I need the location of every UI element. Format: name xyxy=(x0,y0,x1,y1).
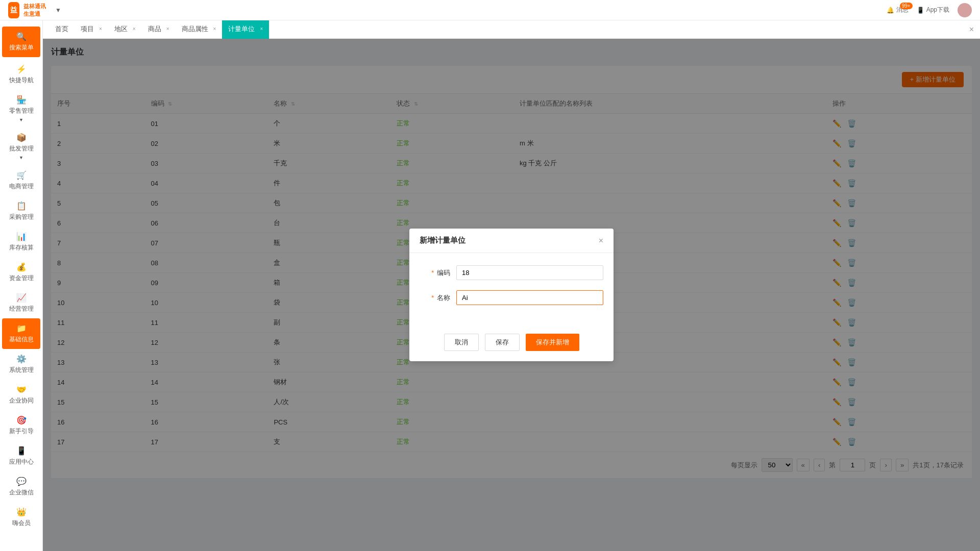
top-bar-right: 🔔 消息 99+ 📱 App下载 xyxy=(887,3,972,17)
sidebar-label-appcenter: 应用中心 xyxy=(9,458,34,466)
code-required: * xyxy=(431,269,434,277)
finance-icon: 💰 xyxy=(16,262,27,272)
purchase-icon: 📋 xyxy=(16,201,27,211)
sidebar-label-ecommerce: 电商管理 xyxy=(9,182,34,191)
inventory-icon: 📊 xyxy=(16,232,27,241)
notification-button[interactable]: 🔔 消息 99+ xyxy=(887,6,909,14)
sidebar-item-search[interactable]: 🔍 搜索菜单 xyxy=(2,27,40,57)
tab-product-attr-label: 商品属性 xyxy=(182,24,208,34)
sidebar-label-operations: 经营管理 xyxy=(9,305,34,313)
tab-unit-label: 计量单位 xyxy=(228,24,255,34)
dropdown-icon: ▼ xyxy=(55,7,61,14)
sidebar-label-finance: 资金管理 xyxy=(9,274,34,283)
cancel-button[interactable]: 取消 xyxy=(444,334,479,351)
tab-product-close[interactable]: × xyxy=(166,26,169,32)
retail-icon: 🏪 xyxy=(16,95,27,105)
name-label-text: 名称 xyxy=(437,294,450,302)
tab-product[interactable]: 商品 × xyxy=(142,20,176,39)
logo-icon: 益 xyxy=(8,2,19,18)
sidebar-item-wholesale[interactable]: 📦 批发管理 ▼ xyxy=(0,128,42,165)
content-area: 首页 项目 × 地区 × 商品 × 商品属性 × xyxy=(43,20,980,551)
main-layout: 🔍 搜索菜单 ⚡ 快捷导航 🏪 零售管理 ▼ 📦 批发管理 ▼ 🛒 电商管理 xyxy=(0,20,980,551)
sidebar-item-ecommerce[interactable]: 🛒 电商管理 xyxy=(0,165,42,196)
user-avatar[interactable] xyxy=(958,3,972,17)
system-icon: ⚙️ xyxy=(16,354,27,364)
sidebar-item-enterprise[interactable]: 💬 企业微信 xyxy=(0,471,42,502)
sidebar-item-purchase[interactable]: 📋 采购管理 xyxy=(0,196,42,227)
save-button[interactable]: 保存 xyxy=(485,334,520,351)
sidebar-label-purchase: 采购管理 xyxy=(9,213,34,221)
form-row-code: * 编码 xyxy=(420,265,603,280)
sidebar-label-basic: 基础信息 xyxy=(9,335,34,344)
sidebar-item-retail[interactable]: 🏪 零售管理 ▼ xyxy=(0,90,42,128)
code-label-text: 编码 xyxy=(437,269,450,277)
tab-product-label: 商品 xyxy=(148,24,161,34)
modal-close-button[interactable]: × xyxy=(599,236,603,245)
appcenter-icon: 📱 xyxy=(16,446,27,456)
notification-icon: 🔔 xyxy=(887,7,894,14)
name-input[interactable] xyxy=(456,290,603,305)
logo-text: 益林通讯 生意通 xyxy=(23,3,49,17)
sidebar-label-search: 搜索菜单 xyxy=(9,43,34,52)
add-unit-modal: 新增计量单位 × * 编码 xyxy=(409,229,614,361)
wholesale-icon: 📦 xyxy=(16,133,27,142)
operations-icon: 📈 xyxy=(16,293,27,303)
sidebar-label-quicknav: 快捷导航 xyxy=(9,76,34,85)
form-row-name: * 名称 xyxy=(420,290,603,305)
sidebar-label-system: 系统管理 xyxy=(9,366,34,374)
sidebar-item-cooperation[interactable]: 🤝 企业协同 xyxy=(0,380,42,410)
sidebar-item-operations[interactable]: 📈 经营管理 xyxy=(0,288,42,318)
sidebar-label-enterprise: 企业微信 xyxy=(9,488,34,497)
tab-project[interactable]: 项目 × xyxy=(75,20,108,39)
tab-unit-close[interactable]: × xyxy=(260,26,263,32)
sidebar-label-retail: 零售管理 xyxy=(9,107,34,115)
enterprise-icon: 💬 xyxy=(16,477,27,486)
sidebar-item-basic[interactable]: 📁 基础信息 xyxy=(2,318,40,349)
sidebar-item-finance[interactable]: 💰 资金管理 xyxy=(0,257,42,288)
name-required: * xyxy=(431,294,434,302)
sidebar-item-quicknav[interactable]: ⚡ 快捷导航 xyxy=(0,59,42,90)
sidebar-item-newbie[interactable]: 🎯 新手引导 xyxy=(0,410,42,441)
sidebar-label-inventory: 库存核算 xyxy=(9,243,34,252)
breadcrumb-dropdown[interactable]: ▼ xyxy=(55,7,61,14)
retail-expand-icon: ▼ xyxy=(19,117,23,122)
code-input[interactable] xyxy=(456,265,603,280)
sidebar-item-system[interactable]: ⚙️ 系统管理 xyxy=(0,349,42,380)
tab-bar: 首页 项目 × 地区 × 商品 × 商品属性 × xyxy=(43,20,980,39)
tab-region-close[interactable]: × xyxy=(133,26,136,32)
top-bar: 益 益林通讯 生意通 ▼ 🔔 消息 99+ 📱 App下载 xyxy=(0,0,980,20)
membership-icon: 👑 xyxy=(16,507,27,517)
ecommerce-icon: 🛒 xyxy=(16,170,27,180)
modal-title: 新增计量单位 xyxy=(420,236,465,245)
save-new-button[interactable]: 保存并新增 xyxy=(526,334,579,351)
sidebar-item-inventory[interactable]: 📊 库存核算 xyxy=(0,227,42,257)
tab-close-all-button[interactable]: × xyxy=(969,25,974,34)
top-bar-left: 益 益林通讯 生意通 ▼ xyxy=(8,2,61,18)
tab-project-label: 项目 xyxy=(81,24,94,34)
tab-product-attr-close[interactable]: × xyxy=(213,26,216,32)
search-icon: 🔍 xyxy=(16,32,27,41)
quicknav-icon: ⚡ xyxy=(16,64,27,74)
newbie-icon: 🎯 xyxy=(16,415,27,425)
tab-unit[interactable]: 计量单位 × xyxy=(222,20,269,39)
sidebar: 🔍 搜索菜单 ⚡ 快捷导航 🏪 零售管理 ▼ 📦 批发管理 ▼ 🛒 电商管理 xyxy=(0,20,43,551)
sidebar-item-appcenter[interactable]: 📱 应用中心 xyxy=(0,441,42,471)
tab-home[interactable]: 首页 xyxy=(49,20,75,39)
sidebar-item-membership[interactable]: 👑 嗨会员 xyxy=(0,502,42,533)
tab-product-attr[interactable]: 商品属性 × xyxy=(176,20,223,39)
notification-badge: 99+ xyxy=(900,3,913,9)
app-download-label: App下载 xyxy=(926,6,949,14)
name-label: * 名称 xyxy=(420,293,450,303)
tab-home-label: 首页 xyxy=(55,24,68,34)
sidebar-label-newbie: 新手引导 xyxy=(9,427,34,436)
app-download-button[interactable]: 📱 App下载 xyxy=(917,6,949,14)
page-content: 计量单位 + 新增计量单位 序号 编码 ⇅ 名称 ⇅ 状态 ⇅ 计量单位匹 xyxy=(43,39,980,551)
tab-project-close[interactable]: × xyxy=(99,26,102,32)
sidebar-label-cooperation: 企业协同 xyxy=(9,396,34,405)
tab-region[interactable]: 地区 × xyxy=(108,20,142,39)
modal-body: * 编码 * 名称 xyxy=(409,253,614,328)
modal-header: 新增计量单位 × xyxy=(409,229,614,253)
sidebar-label-wholesale: 批发管理 xyxy=(9,144,34,153)
cooperation-icon: 🤝 xyxy=(16,385,27,394)
sidebar-label-membership: 嗨会员 xyxy=(12,519,31,528)
